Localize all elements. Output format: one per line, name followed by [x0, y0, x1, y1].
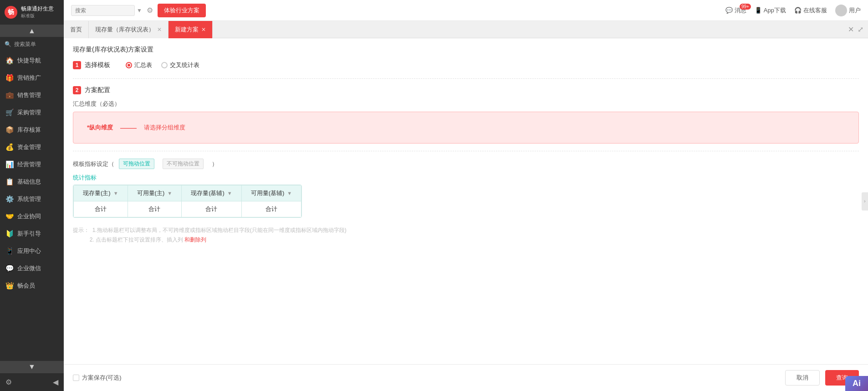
sidebar-item-label: 系统管理: [17, 195, 41, 203]
collapse-icon[interactable]: ◀: [53, 378, 58, 386]
sidebar-item-member[interactable]: 👑 畅会员: [0, 277, 64, 294]
radio-summary[interactable]: 汇总表: [126, 61, 152, 69]
dimension-box[interactable]: *纵向维度 —— 请选择分组维度: [73, 112, 859, 144]
dimension-label: 汇总维度（必选）: [73, 100, 859, 108]
sidebar: 畅 畅康通好生意 标准版 ▲ 🔍 搜索菜单 🏠 快捷导航 🎁 营销推广 💼 销售…: [0, 0, 64, 391]
purchase-icon: 🛒: [5, 108, 14, 117]
sidebar-item-quick-nav[interactable]: 🏠 快捷导航: [0, 52, 64, 69]
tab-new-plan-close[interactable]: ✕: [201, 26, 206, 33]
app-center-icon: 📱: [5, 247, 14, 255]
col-available-main-label: 可用量(主): [137, 189, 165, 197]
sidebar-item-inventory[interactable]: 📦 库存核算: [0, 121, 64, 139]
col-available-aux-dropdown[interactable]: ▼: [287, 190, 292, 196]
cooperation-icon: 🤝: [5, 212, 14, 221]
save-option[interactable]: 方案保存(可选): [73, 374, 122, 382]
sidebar-search[interactable]: 🔍 搜索菜单: [0, 37, 64, 52]
app-label: App下载: [764, 6, 786, 15]
stats-table-wrap: 现存量(主) ▼ 可用量(主) ▼: [73, 185, 302, 218]
radio-summary-circle: [126, 62, 132, 68]
topbar-app-download[interactable]: 📱 App下载: [755, 6, 786, 15]
template-radio-group: 汇总表 交叉统计表: [126, 61, 199, 69]
save-checkbox[interactable]: [73, 375, 79, 381]
user-avatar: [835, 5, 847, 16]
sidebar-item-label: 快捷导航: [17, 57, 41, 65]
sidebar-item-wechat[interactable]: 💬 企业微信: [0, 260, 64, 277]
section-config: 2 方案配置 汇总维度（必选） *纵向维度 —— 请选择分组维度 模板指标设定（: [73, 86, 859, 244]
window-expand-btn[interactable]: ⤢: [858, 25, 863, 34]
sidebar-item-sales[interactable]: 💼 销售管理: [0, 87, 64, 104]
radio-cross-circle: [161, 62, 168, 68]
sidebar-item-basic-info[interactable]: 📋 基础信息: [0, 173, 64, 190]
tabs-bar: 首页 现存量（库存状况表） ✕ 新建方案 ✕ ✕ ⤢: [64, 21, 868, 38]
window-close-btn[interactable]: ✕: [848, 25, 854, 34]
radio-summary-label: 汇总表: [134, 61, 152, 69]
save-option-label: 方案保存(可选): [82, 374, 122, 382]
settings-icon[interactable]: ⚙: [5, 378, 12, 386]
tab-new-plan[interactable]: 新建方案 ✕: [168, 21, 213, 38]
content-inner: 现存量(库存状况表)方案设置 1 选择模板 汇总表 交叉统计表: [64, 38, 868, 364]
search-icon: 🔍: [5, 41, 11, 47]
tab-home[interactable]: 首页: [64, 21, 89, 38]
topbar-messages[interactable]: 💬 消息 99+: [725, 6, 746, 15]
section2-title: 2 方案配置: [73, 86, 859, 94]
search-dropdown-icon[interactable]: ▼: [137, 7, 142, 14]
sidebar-logo: 畅 畅康通好生意 标准版: [0, 0, 64, 25]
sidebar-logo-info: 畅康通好生意 标准版: [21, 5, 54, 19]
required-mark: *纵向维度: [87, 123, 113, 132]
stats-label: 统计指标: [73, 174, 859, 182]
cancel-button[interactable]: 取消: [785, 370, 820, 386]
tab-new-plan-label: 新建方案: [175, 26, 199, 34]
sidebar-item-marketing[interactable]: 🎁 营销推广: [0, 69, 64, 87]
dim-placeholder: 请选择分组维度: [144, 123, 185, 132]
topbar-customer-service[interactable]: 🎧 在线客服: [794, 6, 827, 15]
col-current-main[interactable]: 现存量(主) ▼: [74, 185, 128, 201]
sidebar-item-label: 新手引导: [17, 230, 41, 238]
sidebar-item-app-center[interactable]: 📱 应用中心: [0, 242, 64, 260]
col-available-aux[interactable]: 可用量(基辅) ▼: [241, 185, 301, 201]
sidebar-item-finance[interactable]: 💰 资金管理: [0, 139, 64, 156]
topbar-gear-icon[interactable]: ⚙: [147, 6, 153, 15]
tab-inventory-close[interactable]: ✕: [157, 26, 162, 33]
sidebar-scroll-down[interactable]: ▼: [0, 361, 64, 373]
sidebar-item-label: 销售管理: [17, 91, 41, 99]
sidebar-scroll-up[interactable]: ▲: [0, 25, 64, 37]
col-current-aux[interactable]: 现存量(基辅) ▼: [182, 185, 242, 201]
section1-label: 选择模板: [85, 61, 110, 69]
sidebar-item-system[interactable]: ⚙️ 系统管理: [0, 190, 64, 208]
content-area: 现存量(库存状况表)方案设置 1 选择模板 汇总表 交叉统计表: [64, 38, 868, 364]
tab-inventory-label: 现存量（库存状况表）: [95, 26, 154, 34]
col-available-main[interactable]: 可用量(主) ▼: [128, 185, 182, 201]
sidebar-item-operations[interactable]: 📊 经营管理: [0, 156, 64, 173]
col-current-aux-dropdown[interactable]: ▼: [227, 190, 232, 196]
section-divider-1: [73, 78, 859, 79]
tip-1: 提示： 1.拖动标题栏可以调整布局，不可跨维度或指标区域拖动栏目字段(只能在同一…: [73, 226, 859, 234]
sidebar-item-cooperation[interactable]: 🤝 企业协同: [0, 208, 64, 225]
member-icon: 👑: [5, 282, 14, 290]
sidebar-item-new-user[interactable]: 🔰 新手引导: [0, 225, 64, 242]
badge-draggable: 可拖动位置: [119, 159, 154, 169]
radio-cross[interactable]: 交叉统计表: [161, 61, 199, 69]
topbar-search-area: ▼: [71, 5, 142, 16]
service-label: 在线客服: [803, 6, 827, 15]
experience-btn[interactable]: 体验行业方案: [158, 4, 206, 17]
topbar-user[interactable]: 用户: [835, 5, 861, 16]
stats-table-summary-row: 合计 合计 合计 合计: [74, 201, 301, 217]
sidebar-item-label: 经营管理: [17, 160, 41, 169]
operations-icon: 📊: [5, 160, 14, 169]
cell-sum-1: 合计: [74, 201, 128, 217]
ai-badge[interactable]: Ai: [845, 376, 868, 391]
col-available-main-dropdown[interactable]: ▼: [167, 190, 172, 196]
col-current-main-dropdown[interactable]: ▼: [113, 190, 118, 196]
section2-num: 2: [73, 86, 81, 94]
right-collapse-handle[interactable]: ›: [862, 192, 868, 211]
topbar-search-input[interactable]: [71, 5, 135, 16]
page-title: 现存量(库存状况表)方案设置: [73, 46, 859, 54]
cell-sum-3: 合计: [182, 201, 242, 217]
sidebar-footer: ⚙ ◀: [0, 373, 64, 391]
section1-num: 1: [73, 61, 81, 69]
tab-inventory-status[interactable]: 现存量（库存状况表） ✕: [89, 21, 168, 38]
sidebar-item-purchase[interactable]: 🛒 采购管理: [0, 104, 64, 121]
tips-link[interactable]: 和删除列: [184, 237, 206, 243]
col-available-aux-label: 可用量(基辅): [251, 189, 285, 197]
stats-table: 现存量(主) ▼ 可用量(主) ▼: [73, 185, 301, 217]
